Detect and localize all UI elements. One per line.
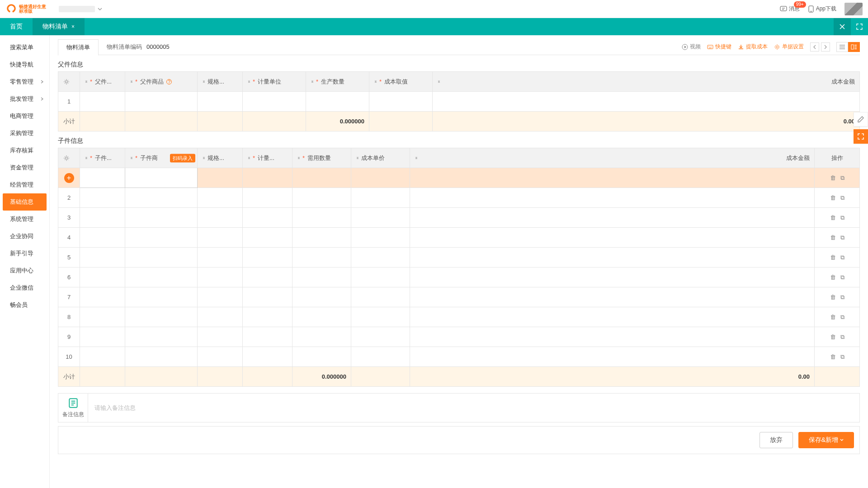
delete-row-icon[interactable]: 🗑 xyxy=(830,314,836,321)
chevron-left-icon xyxy=(813,45,816,49)
child-row[interactable]: 3🗑⧉ xyxy=(58,208,860,228)
tab-home[interactable]: 首页 xyxy=(0,18,33,35)
sidebar-item-1[interactable]: 快捷导航 xyxy=(0,56,49,73)
scan-input-button[interactable]: 扫码录入 xyxy=(170,154,195,162)
save-new-button[interactable]: 保存&新增 xyxy=(798,432,854,448)
sidebar-item-label: 库存核算 xyxy=(10,146,33,155)
sidebar-item-13[interactable]: 应用中心 xyxy=(0,262,49,279)
tab-bom[interactable]: 物料清单 × xyxy=(33,18,85,35)
child-row[interactable]: 8🗑⧉ xyxy=(58,307,860,327)
column-settings-icon[interactable] xyxy=(63,155,70,162)
child-col-ops: 操作 xyxy=(831,155,843,161)
parent-row-index: 1 xyxy=(58,92,80,112)
delete-row-icon[interactable]: 🗑 xyxy=(830,333,836,341)
tool-video[interactable]: 视频 xyxy=(682,43,701,51)
sidebar-item-6[interactable]: 库存核算 xyxy=(0,142,49,159)
tool-shortcut[interactable]: 快捷键 xyxy=(707,43,731,51)
sidebar-item-5[interactable]: 采购管理 xyxy=(0,125,49,142)
sidebar-item-7[interactable]: 资金管理 xyxy=(0,159,49,176)
child-row[interactable]: 2🗑⧉ xyxy=(58,188,860,208)
parent-col-costamt[interactable]: 成本金额 xyxy=(831,78,855,86)
child-row[interactable]: 7🗑⧉ xyxy=(58,287,860,307)
parent-col-costsrc[interactable]: 成本取值 xyxy=(384,78,408,86)
parent-col-spec[interactable]: 规格... xyxy=(208,78,224,86)
delete-row-icon[interactable]: 🗑 xyxy=(830,194,836,202)
delete-row-icon[interactable]: 🗑 xyxy=(830,294,836,301)
copy-row-icon[interactable]: ⧉ xyxy=(840,194,844,202)
help-icon[interactable]: ? xyxy=(166,79,172,84)
child-col-code[interactable]: 子件... xyxy=(95,154,112,162)
add-row-button[interactable]: + xyxy=(64,173,74,183)
remark-input[interactable] xyxy=(88,394,859,422)
parent-col-prodqty[interactable]: 生产数量 xyxy=(321,78,344,86)
child-col-unit[interactable]: 计量... xyxy=(258,154,274,162)
tool-extract-cost[interactable]: 提取成本 xyxy=(738,43,768,51)
sidebar-item-14[interactable]: 企业微信 xyxy=(0,279,49,296)
parent-row[interactable]: 1 xyxy=(58,92,860,112)
copy-row-icon[interactable]: ⧉ xyxy=(840,234,844,241)
app-download-button[interactable]: App下载 xyxy=(808,5,836,13)
sidebar-item-11[interactable]: 企业协同 xyxy=(0,228,49,245)
delete-row-icon[interactable]: 🗑 xyxy=(830,254,836,261)
copy-row-icon[interactable]: ⧉ xyxy=(840,353,844,361)
copy-row-icon[interactable]: ⧉ xyxy=(840,174,844,182)
child-col-needqty[interactable]: 需用数量 xyxy=(307,154,331,162)
sidebar-item-12[interactable]: 新手引导 xyxy=(0,245,49,262)
sidebar-item-label: 畅会员 xyxy=(10,301,28,309)
discard-button[interactable]: 放弃 xyxy=(760,432,793,448)
sidebar-item-2[interactable]: 零售管理 xyxy=(0,73,49,90)
child-col-spec[interactable]: 规格... xyxy=(208,154,224,162)
column-settings-icon[interactable] xyxy=(63,78,70,85)
nav-next[interactable] xyxy=(821,42,830,52)
sidebar-item-10[interactable]: 系统管理 xyxy=(0,211,49,228)
child-row[interactable]: 4🗑⧉ xyxy=(58,228,860,248)
child-row[interactable]: + 🗑⧉ xyxy=(58,168,860,188)
delete-row-icon[interactable]: 🗑 xyxy=(830,353,836,361)
copy-row-icon[interactable]: ⧉ xyxy=(840,254,844,261)
child-col-item[interactable]: 子件商 xyxy=(140,154,158,162)
child-row[interactable]: 9🗑⧉ xyxy=(58,327,860,347)
svg-rect-4 xyxy=(708,45,713,49)
parent-col-unit[interactable]: 计量单位 xyxy=(258,78,281,86)
parent-col-code[interactable]: 父件... xyxy=(95,78,112,86)
sidebar-item-9[interactable]: 基础信息 xyxy=(3,193,47,211)
child-row[interactable]: 10🗑⧉ xyxy=(58,347,860,367)
tabstrip-close-button[interactable] xyxy=(834,18,851,35)
tabstrip-expand-button[interactable] xyxy=(851,18,868,35)
caret-right-icon xyxy=(40,80,44,84)
sidebar-item-0[interactable]: 搜索菜单 xyxy=(0,39,49,56)
nav-prev[interactable] xyxy=(810,42,819,52)
child-row[interactable]: 6🗑⧉ xyxy=(58,267,860,287)
delete-row-icon[interactable]: 🗑 xyxy=(830,174,836,182)
gear-icon xyxy=(774,44,780,50)
sidebar-item-8[interactable]: 经营管理 xyxy=(0,176,49,193)
delete-row-icon[interactable]: 🗑 xyxy=(830,274,836,281)
copy-row-icon[interactable]: ⧉ xyxy=(840,274,844,281)
sidebar-item-3[interactable]: 批发管理 xyxy=(0,90,49,108)
copy-row-icon[interactable]: ⧉ xyxy=(840,294,844,301)
copy-row-icon[interactable]: ⧉ xyxy=(840,333,844,341)
view-detail[interactable] xyxy=(848,42,860,52)
child-row[interactable]: 5🗑⧉ xyxy=(58,248,860,267)
sidebar-item-4[interactable]: 电商管理 xyxy=(0,108,49,125)
play-icon xyxy=(682,44,688,50)
sidebar-item-15[interactable]: 畅会员 xyxy=(0,296,49,314)
view-list[interactable] xyxy=(836,42,848,52)
tool-doc-settings[interactable]: 单据设置 xyxy=(774,43,804,51)
sub-tab-bom-list[interactable]: 物料清单 xyxy=(58,39,99,56)
parent-col-item[interactable]: 父件商品 xyxy=(140,78,164,86)
copy-row-icon[interactable]: ⧉ xyxy=(840,214,844,221)
delete-row-icon[interactable]: 🗑 xyxy=(830,214,836,221)
org-selector[interactable] xyxy=(55,4,106,14)
parent-subtotal-row: 小计 0.000000 0.00 xyxy=(58,112,860,131)
messages-button[interactable]: 消息 99+ xyxy=(780,5,800,13)
child-col-unitcost[interactable]: 成本单价 xyxy=(361,154,385,162)
child-col-costamt[interactable]: 成本金额 xyxy=(786,154,810,162)
float-edit-button[interactable] xyxy=(854,112,868,127)
float-fullscreen-button[interactable] xyxy=(854,129,868,144)
tab-close-icon[interactable]: × xyxy=(71,23,75,30)
copy-row-icon[interactable]: ⧉ xyxy=(840,314,844,321)
close-icon xyxy=(839,23,845,30)
user-avatar[interactable] xyxy=(844,3,863,15)
delete-row-icon[interactable]: 🗑 xyxy=(830,234,836,241)
